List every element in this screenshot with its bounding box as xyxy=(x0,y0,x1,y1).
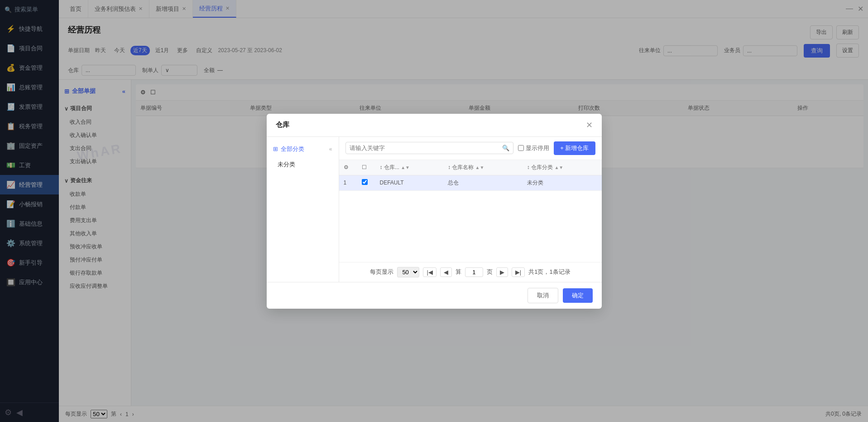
modal-header: 仓库 ✕ xyxy=(267,114,602,137)
modal-all-category[interactable]: ⊞ 全部分类 « xyxy=(267,141,339,157)
modal-th-settings: ⚙ xyxy=(339,160,357,175)
modal-row-id: 1 xyxy=(339,175,357,190)
modal-search-input-wrap: 🔍 xyxy=(345,142,514,154)
modal-search-bar: 🔍 显示停用 + 新增仓库 xyxy=(339,137,602,160)
modal-row-code: DEFAULT xyxy=(375,175,443,190)
modal-th-category: ↕ 仓库分类 ▲▼ xyxy=(523,160,602,175)
grid-small-icon: ⊞ xyxy=(273,146,278,152)
modal-row-name: 总仓 xyxy=(443,175,523,190)
warehouse-modal: 仓库 ✕ ⊞ 全部分类 « 未分类 xyxy=(267,114,602,309)
modal-table-header: ⚙ ☐ ↕ 仓库... ▲▼ ↕ 仓库名称 ▲▼ ↕ 仓库分类 ▲▼ xyxy=(339,160,602,175)
uncategorized-label: 未分类 xyxy=(278,160,295,169)
modal-actions: 取消 确定 xyxy=(267,282,602,309)
modal-close-btn[interactable]: ✕ xyxy=(586,120,593,130)
modal-page-unit: 页 xyxy=(487,268,493,276)
modal-pagination: 每页显示 50 |◀ ◀ 算 页 ▶ ▶| 共1页，1条记录 xyxy=(339,262,602,282)
modal-left-panel: ⊞ 全部分类 « 未分类 xyxy=(267,137,339,282)
modal-th-check: ☐ xyxy=(357,160,375,175)
show-disabled-label: 显示停用 xyxy=(526,144,549,152)
modal-next-page-btn[interactable]: ▶ xyxy=(496,267,508,277)
modal-confirm-btn[interactable]: 确定 xyxy=(563,288,593,303)
modal-table-area: ⚙ ☐ ↕ 仓库... ▲▼ ↕ 仓库名称 ▲▼ ↕ 仓库分类 ▲▼ 1 DEF… xyxy=(339,160,602,262)
modal-first-page-btn[interactable]: |◀ xyxy=(423,267,436,277)
modal-uncategorized[interactable]: 未分类 xyxy=(267,157,339,172)
modal-title: 仓库 xyxy=(276,121,289,129)
modal-table-row[interactable]: 1 DEFAULT 总仓 未分类 xyxy=(339,175,602,190)
modal-prev-page-btn[interactable]: ◀ xyxy=(440,267,452,277)
modal-table: ⚙ ☐ ↕ 仓库... ▲▼ ↕ 仓库名称 ▲▼ ↕ 仓库分类 ▲▼ 1 DEF… xyxy=(339,160,602,191)
all-category-label: 全部分类 xyxy=(281,145,304,153)
modal-cancel-btn[interactable]: 取消 xyxy=(528,288,558,303)
add-warehouse-btn[interactable]: + 新增仓库 xyxy=(554,141,595,155)
modal-th-code: ↕ 仓库... ▲▼ xyxy=(375,160,443,175)
modal-row-checkbox[interactable] xyxy=(357,175,375,190)
modal-per-page-select[interactable]: 50 xyxy=(397,267,419,277)
modal-total-info: 共1页，1条记录 xyxy=(528,268,570,276)
modal-right-panel: 🔍 显示停用 + 新增仓库 ⚙ ☐ xyxy=(339,137,602,282)
modal-page-input[interactable] xyxy=(465,267,483,277)
modal-body: ⊞ 全部分类 « 未分类 🔍 显示停用 xyxy=(267,137,602,282)
modal-row-category: 未分类 xyxy=(523,175,602,190)
modal-last-page-btn[interactable]: ▶| xyxy=(512,267,525,277)
modal-search-input[interactable] xyxy=(350,145,500,151)
modal-per-page-label: 每页显示 xyxy=(370,268,393,276)
modal-left-collapse[interactable]: « xyxy=(329,146,332,152)
modal-jump-label: 算 xyxy=(456,268,461,276)
modal-th-name: ↕ 仓库名称 ▲▼ xyxy=(443,160,523,175)
show-disabled-checkbox[interactable] xyxy=(518,145,524,151)
modal-overlay: 仓库 ✕ ⊞ 全部分类 « 未分类 xyxy=(0,0,868,422)
modal-search-icon: 🔍 xyxy=(502,145,509,151)
modal-table-body: 1 DEFAULT 总仓 未分类 xyxy=(339,175,602,190)
show-disabled-checkbox-label[interactable]: 显示停用 xyxy=(518,144,549,152)
